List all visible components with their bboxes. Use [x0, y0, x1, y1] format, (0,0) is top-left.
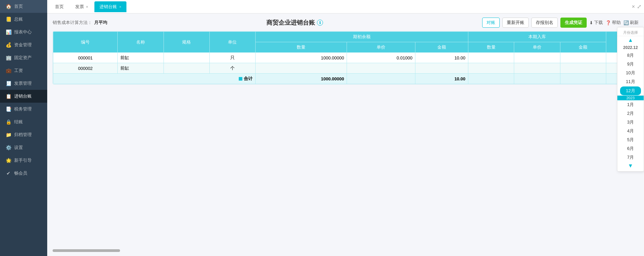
- month-item[interactable]: 1月: [617, 100, 644, 109]
- tab-invoice-label: 发票: [75, 4, 84, 10]
- reports-icon: 📊: [5, 29, 11, 35]
- save-alias-button[interactable]: 存报别名: [531, 18, 558, 28]
- cell-code: 000002: [53, 63, 118, 74]
- tab-home[interactable]: 首页: [50, 1, 69, 12]
- sidebar-item-invoice-mgmt[interactable]: 🧾 发票管理: [0, 77, 47, 90]
- month-item[interactable]: 7月: [617, 153, 644, 162]
- month-item[interactable]: 5月: [617, 135, 644, 144]
- horizontal-scrollbar[interactable]: [53, 249, 120, 252]
- generate-voucher-button[interactable]: 生成凭证: [560, 18, 587, 28]
- month-panel-year-2022: 2022.12: [617, 44, 644, 51]
- month-item[interactable]: 6月: [617, 144, 644, 153]
- sidebar: 🏠 首页 📒 总账 📊 报表中心 💰 资金管理 🏢 固定资产 💼 工资 🧾 发票…: [0, 0, 47, 256]
- sidebar-item-label: 进销台账: [14, 93, 32, 99]
- month-item[interactable]: 8月: [617, 51, 644, 60]
- sidebar-item-label: 报表中心: [14, 29, 32, 35]
- month-nav-down-button[interactable]: ▼: [626, 163, 635, 169]
- month-nav-up-button[interactable]: ▲: [626, 37, 635, 43]
- tab-home-label: 首页: [55, 4, 64, 10]
- month-item[interactable]: 2月: [617, 109, 644, 118]
- content-area: 销售成本计算方法： 月平均 商贸企业进销台账 ℹ 对账 重新开账 存报别名 生成…: [47, 14, 644, 256]
- sidebar-item-assets[interactable]: 🏢 固定资产: [0, 51, 47, 64]
- settings-icon: ⚙️: [5, 145, 11, 150]
- month-item[interactable]: 11月: [617, 77, 644, 86]
- sidebar-item-label: 归档管理: [14, 132, 32, 138]
- cell-unit: 个: [209, 63, 255, 74]
- month-item[interactable]: 3月: [617, 118, 644, 127]
- funds-icon: 💰: [5, 42, 11, 48]
- sidebar-item-funds[interactable]: 💰 资金管理: [0, 39, 47, 51]
- th-unit: 单位: [209, 32, 255, 53]
- home-icon: 🏠: [5, 4, 11, 9]
- cell-in-amount: [560, 63, 606, 74]
- th-code: 编号: [53, 32, 118, 53]
- sidebar-item-label: 设置: [14, 145, 23, 151]
- help-button[interactable]: ❓ 帮助: [606, 20, 621, 26]
- month-item[interactable]: 9月: [617, 60, 644, 69]
- sidebar-item-home[interactable]: 🏠 首页: [0, 0, 47, 13]
- month-item[interactable]: 10月: [617, 69, 644, 77]
- sidebar-item-archive[interactable]: 📁 归档管理: [0, 128, 47, 141]
- sidebar-item-guide[interactable]: 🌟 新手引导: [0, 154, 47, 167]
- tab-invoice-close[interactable]: ×: [86, 5, 88, 9]
- tab-purchase-sale[interactable]: 进销台账 ×: [94, 1, 126, 12]
- sidebar-item-label: 首页: [14, 3, 23, 9]
- cell-code: 000001: [53, 53, 118, 63]
- tab-purchase-sale-close[interactable]: ×: [119, 5, 121, 9]
- table-row: 000001 前缸 只 1000.00000 0.01000 10.00: [53, 53, 638, 63]
- year-marker-2023: 2023: [617, 96, 644, 100]
- sidebar-item-purchase-sale[interactable]: 📋 进销台账: [0, 90, 47, 103]
- sidebar-item-label: 新手引导: [14, 157, 32, 163]
- cell-open-price: 0.01000: [347, 53, 415, 63]
- cell-in-price: [514, 63, 560, 74]
- guide-icon: 🌟: [5, 158, 11, 163]
- cell-in-amount: [560, 53, 606, 63]
- total-in-qty: [468, 74, 514, 84]
- total-row: ▦合计 1000.00000 10.00: [53, 74, 638, 84]
- purchase-sale-icon: 📋: [5, 94, 11, 99]
- month-nav-up: ▲: [617, 36, 644, 44]
- window-maximize-button[interactable]: ⤢: [637, 3, 641, 10]
- tab-invoice[interactable]: 发票 ×: [70, 1, 93, 12]
- month-item[interactable]: 4月: [617, 127, 644, 135]
- total-open-amount: 10.00: [415, 74, 468, 84]
- total-in-price: [514, 74, 560, 84]
- sidebar-item-close[interactable]: 🔒 结账: [0, 116, 47, 128]
- sidebar-item-settings[interactable]: ⚙️ 设置: [0, 141, 47, 154]
- ledger-icon: 📒: [5, 17, 11, 22]
- sidebar-item-salary[interactable]: 💼 工资: [0, 64, 47, 77]
- download-button[interactable]: ⬇ 下载: [589, 20, 603, 26]
- invoice-mgmt-icon: 🧾: [5, 81, 11, 86]
- sidebar-item-reports[interactable]: 📊 报表中心: [0, 26, 47, 39]
- tax-icon: 📑: [5, 106, 11, 112]
- refresh-button[interactable]: 🔄 刷新: [623, 20, 639, 26]
- sidebar-item-tax[interactable]: 📑 税务管理: [0, 103, 47, 116]
- cell-spec: [164, 63, 209, 74]
- th-in-price: 单价: [514, 42, 560, 53]
- sidebar-item-label: 总账: [14, 16, 23, 22]
- total-in-amount: [560, 74, 606, 84]
- reopen-button[interactable]: 重新开账: [502, 18, 529, 28]
- table-row: 000002 前缸 个: [53, 63, 638, 74]
- sidebar-item-ledger[interactable]: 📒 总账: [0, 13, 47, 26]
- info-icon[interactable]: ℹ: [317, 20, 323, 26]
- sidebar-item-label: 畅会员: [14, 170, 27, 176]
- total-open-qty: 1000.00000: [255, 74, 347, 84]
- month-selector-panel: 月份选择 ▲ 2022.12 8月9月10月11月12月 2023 1月2月3月…: [617, 27, 644, 172]
- archive-icon: 📁: [5, 132, 11, 137]
- th-group-inbound: 本期入库: [468, 32, 606, 42]
- toolbar-row: 销售成本计算方法： 月平均 商贸企业进销台账 ℹ 对账 重新开账 存报别名 生成…: [53, 18, 639, 28]
- th-group-opening: 期初余额: [255, 32, 468, 42]
- sidebar-item-label: 结账: [14, 119, 23, 125]
- sidebar-item-member[interactable]: ✔ 畅会员: [0, 167, 47, 180]
- reconcile-button[interactable]: 对账: [482, 18, 500, 28]
- month-nav-down: ▼: [617, 162, 644, 170]
- sidebar-item-label: 税务管理: [14, 106, 32, 112]
- sidebar-item-label: 发票管理: [14, 80, 32, 86]
- month-item[interactable]: 12月: [620, 86, 641, 95]
- cell-name: 前缸: [118, 63, 164, 74]
- month-panel-title: 月份选择: [617, 29, 644, 36]
- window-close-button[interactable]: ×: [632, 4, 635, 10]
- action-buttons: 对账 重新开账 存报别名 生成凭证 ⬇ 下载 ❓ 帮助 🔄 刷新: [482, 18, 639, 28]
- cell-open-price: [347, 63, 415, 74]
